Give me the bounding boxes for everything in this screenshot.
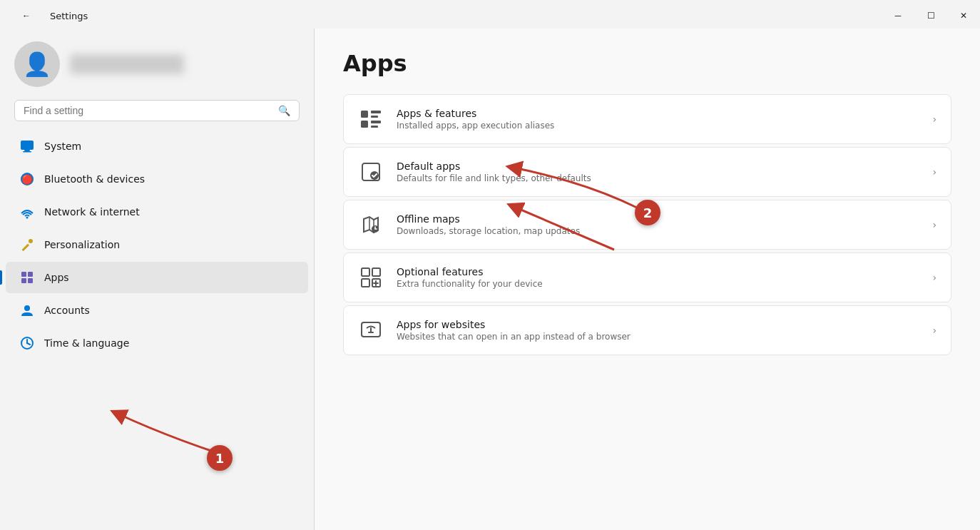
apps-websites-text: Apps for websites Websites that can open…	[397, 319, 919, 342]
setting-card-optional-features[interactable]: Optional features Extra functionality fo…	[343, 253, 951, 302]
apps-icon	[20, 270, 34, 285]
system-label: System	[44, 141, 81, 152]
optional-features-icon	[358, 265, 384, 290]
maximize-button[interactable]: ☐	[914, 4, 947, 27]
svg-rect-21	[371, 126, 378, 128]
bluetooth-icon: 🔴	[20, 172, 34, 186]
accounts-icon	[20, 303, 34, 317]
avatar: 👤	[14, 41, 60, 87]
svg-rect-20	[371, 121, 381, 123]
sidebar: 👤 🔍 System	[0, 29, 314, 530]
network-label: Network & internet	[44, 206, 140, 218]
personalization-label: Personalization	[44, 239, 120, 250]
default-apps-chevron: ›	[932, 166, 936, 178]
optional-features-text: Optional features Extra functionality fo…	[397, 266, 919, 289]
annotation-badge-1: 1	[207, 445, 233, 471]
bluetooth-label: Bluetooth & devices	[44, 173, 145, 185]
default-apps-title: Default apps	[397, 160, 919, 172]
titlebar-left: ← Settings	[0, 4, 88, 27]
svg-rect-6	[21, 244, 29, 252]
system-icon	[20, 139, 34, 153]
svg-text:🔴: 🔴	[21, 173, 34, 185]
default-apps-text: Default apps Defaults for file and link …	[397, 160, 919, 183]
accounts-label: Accounts	[44, 305, 90, 316]
offline-maps-chevron: ›	[932, 219, 936, 230]
optional-features-desc: Extra functionality for your device	[397, 279, 919, 289]
close-button[interactable]: ✕	[947, 4, 980, 27]
time-icon	[20, 336, 34, 350]
profile-name	[70, 54, 184, 74]
apps-websites-chevron: ›	[932, 325, 936, 336]
svg-rect-17	[361, 121, 368, 128]
apps-features-desc: Installed apps, app execution aliases	[397, 121, 919, 131]
svg-rect-0	[21, 141, 34, 150]
optional-features-title: Optional features	[397, 266, 919, 277]
setting-card-apps-features[interactable]: Apps & features Installed apps, app exec…	[343, 94, 951, 144]
sidebar-item-bluetooth[interactable]: 🔴 Bluetooth & devices	[6, 163, 308, 195]
apps-websites-title: Apps for websites	[397, 319, 919, 330]
app-body: 👤 🔍 System	[0, 29, 980, 530]
svg-rect-1	[24, 150, 30, 151]
personalization-icon	[20, 238, 34, 252]
time-label: Time & language	[44, 337, 129, 349]
svg-point-5	[26, 217, 29, 219]
main-content: Apps Apps & features Installed a	[315, 29, 980, 530]
search-box[interactable]: 🔍	[14, 100, 300, 121]
apps-label: Apps	[44, 272, 69, 283]
svg-rect-10	[21, 278, 26, 283]
apps-features-chevron: ›	[932, 113, 936, 125]
svg-rect-11	[28, 278, 33, 283]
network-icon	[20, 205, 34, 219]
optional-features-chevron: ›	[932, 272, 936, 283]
setting-card-default-apps[interactable]: Default apps Defaults for file and link …	[343, 147, 951, 197]
page-title: Apps	[343, 50, 951, 77]
sidebar-item-network[interactable]: Network & internet	[6, 196, 308, 228]
sidebar-item-system[interactable]: System	[6, 131, 308, 162]
svg-rect-31	[362, 279, 369, 287]
apps-websites-desc: Websites that can open in an app instead…	[397, 332, 919, 342]
svg-rect-18	[371, 111, 381, 113]
offline-maps-desc: Downloads, storage location, map updates	[397, 226, 919, 236]
sidebar-profile[interactable]: 👤	[0, 29, 314, 100]
svg-rect-19	[371, 116, 378, 118]
svg-rect-2	[23, 151, 31, 153]
titlebar: ← Settings ─ ☐ ✕	[0, 0, 980, 29]
default-apps-icon	[358, 159, 384, 185]
svg-rect-16	[361, 111, 368, 118]
apps-features-title: Apps & features	[397, 108, 919, 119]
sidebar-item-accounts[interactable]: Accounts	[6, 295, 308, 326]
svg-line-15	[27, 343, 30, 345]
minimize-button[interactable]: ─	[882, 4, 914, 27]
svg-rect-30	[372, 268, 380, 276]
app-title: Settings	[50, 11, 88, 21]
svg-rect-8	[21, 272, 26, 277]
default-apps-desc: Defaults for file and link types, other …	[397, 173, 919, 183]
svg-point-7	[29, 239, 33, 243]
sidebar-item-apps[interactable]: Apps	[6, 262, 308, 293]
svg-rect-29	[362, 268, 369, 276]
apps-features-text: Apps & features Installed apps, app exec…	[397, 108, 919, 131]
svg-point-12	[24, 305, 30, 311]
user-icon: 👤	[23, 51, 51, 78]
apps-features-icon	[358, 106, 384, 132]
apps-websites-icon	[358, 317, 384, 343]
svg-rect-9	[28, 272, 33, 277]
search-input[interactable]	[24, 105, 272, 116]
titlebar-controls: ─ ☐ ✕	[882, 4, 980, 27]
nav-items: System 🔴 Bluetooth & devices	[0, 127, 314, 530]
setting-card-apps-websites[interactable]: Apps for websites Websites that can open…	[343, 305, 951, 355]
back-button[interactable]: ←	[10, 4, 43, 27]
offline-maps-icon	[358, 212, 384, 238]
sidebar-item-time[interactable]: Time & language	[6, 327, 308, 359]
annotation-badge-2: 2	[635, 200, 660, 225]
sidebar-item-personalization[interactable]: Personalization	[6, 229, 308, 260]
search-icon: 🔍	[278, 105, 290, 116]
